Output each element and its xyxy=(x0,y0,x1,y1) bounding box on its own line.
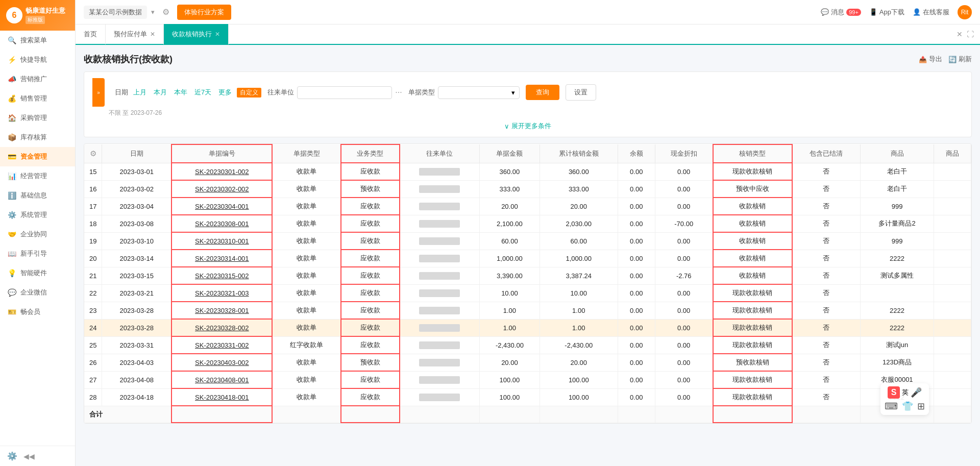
dropdown-icon[interactable]: ▾ xyxy=(151,8,155,16)
date-btn-this-month[interactable]: 本月 xyxy=(152,87,169,98)
cell-doc-no[interactable]: SK-20230308-001 xyxy=(172,215,272,232)
nav-label-member: 畅会员 xyxy=(20,307,40,316)
date-custom-btn[interactable]: 自定义 xyxy=(237,88,261,97)
date-btn-more[interactable]: 更多 xyxy=(216,87,234,98)
sidebar-item-quick[interactable]: ⚡ 快捷导航 xyxy=(0,50,75,69)
cell-doc-no[interactable]: SK-20230328-002 xyxy=(172,319,272,336)
cell-partner: ████████ xyxy=(400,250,480,267)
cell-balance: 0.00 xyxy=(618,180,655,198)
keyboard-icon[interactable]: ⌨ xyxy=(885,401,898,412)
tab-writeoff[interactable]: 收款核销执行 ✕ xyxy=(164,24,229,44)
date-btn-prev-month[interactable]: 上月 xyxy=(131,87,149,98)
query-btn[interactable]: 查询 xyxy=(526,85,559,100)
total-label: 合计 xyxy=(84,406,172,423)
industry-btn[interactable]: 体验行业方案 xyxy=(177,5,231,20)
table-row: 16 2023-03-02 SK-20230302-002 收款单 预收款 ██… xyxy=(84,180,971,198)
cell-doc-no[interactable]: SK-20230304-001 xyxy=(172,198,272,215)
doctype-select[interactable]: ▾ xyxy=(438,86,520,99)
sidebar-item-sales[interactable]: 💰 销售管理 xyxy=(0,89,75,108)
partner-input[interactable] xyxy=(297,86,392,99)
cell-write-off-type: 收款核销 xyxy=(713,215,792,232)
cell-include-settled: 否 xyxy=(792,163,861,180)
table-scroll[interactable]: ⚙ 日期 单据编号 单据类型 业务类型 往来单位 单据金额 累计核销金额 余额 … xyxy=(84,144,971,423)
cell-biz-type: 应收款 xyxy=(341,232,400,250)
app-download-btn[interactable]: 📱 App下载 xyxy=(869,8,904,17)
cell-goods: 测试jun xyxy=(860,336,934,354)
col-cash-discount-header: 现金折扣 xyxy=(655,144,713,163)
cell-goods2 xyxy=(934,250,971,267)
cell-doc-no[interactable]: SK-20230408-001 xyxy=(172,371,272,388)
date-btn-this-year[interactable]: 本年 xyxy=(172,87,189,98)
col-cumulative-header: 累计核销金额 xyxy=(540,144,618,163)
table-container: ⚙ 日期 单据编号 单据类型 业务类型 往来单位 单据金额 累计核销金额 余额 … xyxy=(84,143,972,424)
tab-prepay[interactable]: 预付应付单 ✕ xyxy=(106,24,164,44)
sidebar: 6 畅康道好生意 标推版 🔍 搜索菜单 ⚡ 快捷导航 📣 营销推广 💰 销售管理… xyxy=(0,0,76,466)
cell-write-off-type: 收款核销 xyxy=(713,250,792,267)
messages-btn[interactable]: 💬 消息 99+ xyxy=(821,8,861,17)
tab-close-icon[interactable]: ✕ xyxy=(957,30,963,38)
topbar-brand[interactable]: 某某公司示例数据 xyxy=(84,6,147,19)
sidebar-item-stock[interactable]: 📦 库存核算 xyxy=(0,128,75,147)
refresh-btn[interactable]: 🔄 刷新 xyxy=(948,55,972,64)
cell-doc-no[interactable]: SK-20230403-002 xyxy=(172,354,272,371)
cell-doc-type: 收款单 xyxy=(272,319,341,336)
sidebar-item-guide[interactable]: 📖 新手引导 xyxy=(0,244,75,263)
user-avatar[interactable]: Rit xyxy=(958,5,972,19)
sidebar-item-purchase[interactable]: 🏠 采购管理 xyxy=(0,108,75,128)
cell-doc-no[interactable]: SK-20230301-002 xyxy=(172,163,272,180)
cell-doc-no[interactable]: SK-20230418-001 xyxy=(172,388,272,406)
tab-home[interactable]: 首页 xyxy=(76,24,106,44)
gear-icon[interactable]: ⚙ xyxy=(159,5,173,19)
filter-dots[interactable]: ··· xyxy=(395,88,402,97)
sidebar-item-search[interactable]: 🔍 搜索菜单 xyxy=(0,31,75,50)
cell-cumulative: 20.00 xyxy=(540,198,618,215)
settings-icon[interactable]: ⚙️ xyxy=(7,451,17,461)
tab-writeoff-close[interactable]: ✕ xyxy=(215,31,220,38)
sidebar-item-hardware[interactable]: 💡 智能硬件 xyxy=(0,263,75,283)
cell-no: 16 xyxy=(84,180,102,198)
tab-prepay-close[interactable]: ✕ xyxy=(150,31,155,38)
date-label: 日期 xyxy=(115,88,128,97)
sidebar-item-basic[interactable]: ℹ️ 基础信息 xyxy=(0,186,75,205)
cell-doc-no[interactable]: SK-20230302-002 xyxy=(172,180,272,198)
date-btn-7days[interactable]: 近7天 xyxy=(192,87,213,98)
cell-doc-no[interactable]: SK-20230314-001 xyxy=(172,250,272,267)
cell-date: 2023-03-10 xyxy=(102,232,172,250)
settings-col-icon[interactable]: ⚙ xyxy=(90,149,96,158)
sidebar-item-system[interactable]: ⚙️ 系统管理 xyxy=(0,205,75,225)
cell-doc-type: 收款单 xyxy=(272,180,341,198)
nav-icon-member: 🎫 xyxy=(7,307,16,316)
col-goods-header: 商品 xyxy=(860,144,934,163)
nav-icon-basic: ℹ️ xyxy=(7,191,16,200)
filter-expand-btn[interactable]: » xyxy=(92,78,105,107)
cell-biz-type: 应收款 xyxy=(341,267,400,284)
setting-btn[interactable]: 设置 xyxy=(566,84,596,101)
cell-goods2 xyxy=(934,302,971,319)
sidebar-item-marketing[interactable]: 📣 营销推广 xyxy=(0,69,75,89)
cell-doc-no[interactable]: SK-20230315-002 xyxy=(172,267,272,284)
cell-amount: 20.00 xyxy=(480,198,540,215)
cell-cumulative: 360.00 xyxy=(540,163,618,180)
cell-doc-no[interactable]: SK-20230328-001 xyxy=(172,302,272,319)
cell-doc-no[interactable]: SK-20230331-002 xyxy=(172,336,272,354)
cell-doc-no[interactable]: SK-20230321-003 xyxy=(172,284,272,302)
col-doc-type-header: 单据类型 xyxy=(272,144,341,163)
tab-maximize-icon[interactable]: ⛶ xyxy=(967,30,974,38)
cell-doc-no[interactable]: SK-20230310-001 xyxy=(172,232,272,250)
online-service-btn[interactable]: 👤 在线客服 xyxy=(913,8,949,17)
cell-include-settled: 否 xyxy=(792,319,861,336)
sidebar-item-fund[interactable]: 💳 资金管理 xyxy=(0,147,75,166)
sidebar-item-wechat[interactable]: 💬 企业微信 xyxy=(0,283,75,302)
sidebar-item-ops[interactable]: 📊 经营管理 xyxy=(0,166,75,186)
collapse-icon[interactable]: ◀◀ xyxy=(23,452,35,460)
col-settings[interactable]: ⚙ xyxy=(84,144,102,163)
sidebar-item-corp[interactable]: 🤝 企业协同 xyxy=(0,225,75,244)
cell-amount: 60.00 xyxy=(480,232,540,250)
watermark-mic-icon[interactable]: 🎤 xyxy=(911,387,922,398)
nav-label-corp: 企业协同 xyxy=(20,230,47,239)
sidebar-item-member[interactable]: 🎫 畅会员 xyxy=(0,302,75,322)
expand-more-btn[interactable]: ∨ 展开更多条件 xyxy=(504,121,551,131)
export-btn[interactable]: 📤 导出 xyxy=(919,55,942,64)
shirt-icon[interactable]: 👕 xyxy=(902,401,913,412)
grid-icon[interactable]: ⊞ xyxy=(917,401,925,412)
